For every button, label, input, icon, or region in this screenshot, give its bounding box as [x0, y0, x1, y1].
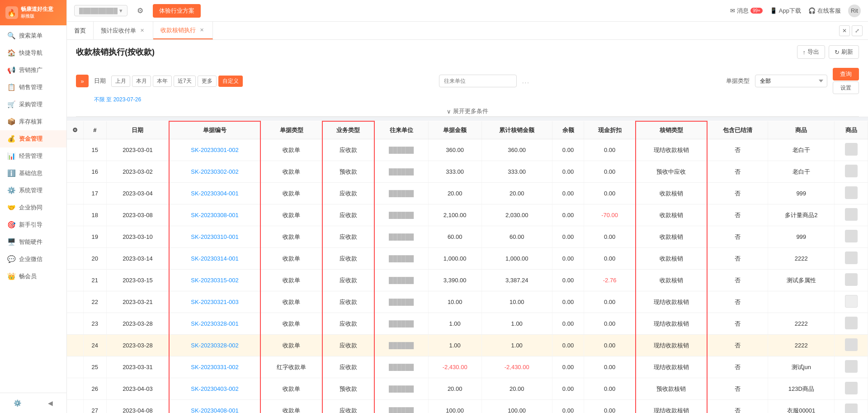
system-icon: ⚙️: [7, 186, 15, 195]
collab-icon: 🤝: [7, 204, 15, 212]
refresh-button[interactable]: ↻ 刷新: [829, 45, 859, 59]
filter-expand-btn[interactable]: »: [76, 75, 89, 87]
cell-rowno: 21: [83, 270, 107, 291]
tab-home[interactable]: 首页: [67, 22, 94, 39]
sidebar-item-marketing[interactable]: 📢 营销推广: [0, 62, 66, 79]
topbar-actions: ✉ 消息 99+ 📱 App下载 🎧 在线客服 Rit: [730, 5, 861, 17]
doc-no-link[interactable]: SK-20230310-001: [191, 233, 239, 240]
table-row: 222023-03-21SK-20230321-003收款单应收款██████1…: [67, 291, 868, 313]
date-custom[interactable]: 自定义: [218, 76, 243, 87]
sidebar-collapse-btn[interactable]: ◀: [43, 397, 57, 409]
cell-doc-no[interactable]: SK-20230331-002: [169, 356, 261, 378]
cell-doc-no[interactable]: SK-20230408-001: [169, 400, 261, 413]
tab-write-off[interactable]: 收款核销执行 ✕: [153, 22, 213, 39]
restore-window-btn[interactable]: ⤢: [852, 25, 863, 36]
cell-cash-discount: 0.00: [584, 378, 636, 400]
cell-doc-no[interactable]: SK-20230304-001: [169, 183, 261, 204]
cell-doc-no[interactable]: SK-20230315-002: [169, 270, 261, 291]
col-header-amount: 单据金额: [428, 121, 481, 139]
sidebar-item-sales[interactable]: 📋 销售管理: [0, 79, 66, 96]
doc-no-link[interactable]: SK-20230301-002: [191, 147, 239, 153]
cell-doc-no[interactable]: SK-20230308-001: [169, 204, 261, 226]
doc-no-link[interactable]: SK-20230408-001: [191, 407, 239, 413]
sidebar-settings-btn[interactable]: ⚙️: [9, 397, 26, 409]
partner-input[interactable]: [439, 75, 517, 87]
doc-no-link[interactable]: SK-20230331-002: [191, 364, 239, 370]
col-header-settings[interactable]: ⚙: [67, 121, 83, 139]
message-icon: ✉: [730, 7, 735, 14]
close-window-btn[interactable]: ✕: [839, 25, 850, 36]
sidebar-item-member[interactable]: 👑 畅会员: [0, 268, 66, 285]
doc-no-link[interactable]: SK-20230314-001: [191, 255, 239, 262]
cell-amount: 60.00: [428, 226, 481, 248]
sidebar-item-corp-wechat[interactable]: 💬 企业微信: [0, 251, 66, 268]
cell-biz-type: 应收款: [322, 270, 374, 291]
cell-doc-no[interactable]: SK-20230328-002: [169, 335, 261, 356]
tab-pre-accounts[interactable]: 预计应收付单 ✕: [94, 22, 153, 39]
cell-goods: 2222: [768, 248, 835, 270]
date-last-month[interactable]: 上月: [111, 76, 130, 87]
solution-button[interactable]: 体验行业方案: [153, 4, 201, 18]
cell-doc-no[interactable]: SK-20230321-003: [169, 291, 261, 313]
sidebar-item-search-menu[interactable]: 🔍 搜索菜单: [0, 27, 66, 44]
app-download-action[interactable]: 📱 App下载: [770, 7, 801, 15]
doc-type-label: 单据类型: [726, 77, 750, 85]
sidebar-item-basic-info[interactable]: ℹ️ 基础信息: [0, 165, 66, 182]
cell-cash-discount: 0.00: [584, 291, 636, 313]
cell-doc-no[interactable]: SK-20230403-002: [169, 378, 261, 400]
date-this-month[interactable]: 本月: [132, 76, 151, 87]
doc-no-link[interactable]: SK-20230321-003: [191, 299, 239, 305]
cell-partner: ██████: [374, 313, 428, 335]
doc-no-link[interactable]: SK-20230302-002: [191, 168, 239, 175]
sidebar-item-quick-nav[interactable]: 🏠 快捷导航: [0, 44, 66, 62]
cell-doc-no[interactable]: SK-20230314-001: [169, 248, 261, 270]
sidebar-item-system[interactable]: ⚙️ 系统管理: [0, 182, 66, 199]
cell-balance: 0.00: [552, 270, 584, 291]
col-header-rowno: #: [83, 121, 107, 139]
sidebar-item-corp-collab[interactable]: 🤝 企业协同: [0, 199, 66, 216]
cell-goods: [768, 291, 835, 313]
sidebar-item-operation[interactable]: 📊 经营管理: [0, 147, 66, 165]
tab-pre-accounts-close[interactable]: ✕: [139, 27, 146, 34]
sidebar-item-newbie[interactable]: 🎯 新手引导: [0, 216, 66, 233]
doc-no-link[interactable]: SK-20230403-002: [191, 385, 239, 392]
filter-settings-btn[interactable]: 设置: [833, 81, 859, 94]
store-selector[interactable]: ██████████ ▾: [74, 5, 127, 16]
cell-rowno: 19: [83, 226, 107, 248]
cell-biz-type: 应收款: [322, 335, 374, 356]
date-this-year[interactable]: 本年: [153, 76, 172, 87]
cell-doc-no[interactable]: SK-20230302-002: [169, 161, 261, 183]
operation-icon: 📊: [7, 152, 15, 160]
goods-thumbnail: [845, 252, 858, 264]
doc-no-link[interactable]: SK-20230328-002: [191, 342, 239, 349]
date-7days[interactable]: 近7天: [174, 76, 196, 87]
cell-doc-no[interactable]: SK-20230310-001: [169, 226, 261, 248]
sidebar-item-smart-hw[interactable]: 🖥️ 智能硬件: [0, 233, 66, 251]
doc-no-link[interactable]: SK-20230308-001: [191, 212, 239, 218]
export-button[interactable]: ↑ 导出: [797, 45, 826, 59]
cell-doc-no[interactable]: SK-20230328-001: [169, 313, 261, 335]
date-more[interactable]: 更多: [198, 76, 217, 87]
cell-write-off-type: 收款核销: [636, 204, 707, 226]
message-action[interactable]: ✉ 消息 99+: [730, 7, 763, 15]
gear-icon[interactable]: ⚙: [133, 4, 147, 18]
expand-more-btn[interactable]: ∨ 展开更多条件: [443, 106, 492, 116]
doc-type-select[interactable]: 全部 收款单: [755, 75, 827, 87]
doc-no-link[interactable]: SK-20230315-002: [191, 277, 239, 284]
cell-balance: 0.00: [552, 378, 584, 400]
cell-biz-type: 应收款: [322, 400, 374, 413]
doc-no-link[interactable]: SK-20230304-001: [191, 190, 239, 197]
cell-cash-discount: 0.00: [584, 183, 636, 204]
tab-write-off-close[interactable]: ✕: [198, 27, 205, 33]
doc-no-link[interactable]: SK-20230328-001: [191, 320, 239, 327]
sidebar-item-label: 资金管理: [19, 135, 42, 143]
sidebar-item-finance[interactable]: 💰 资金管理: [0, 130, 66, 147]
sidebar-item-purchase[interactable]: 🛒 采购管理: [0, 96, 66, 113]
cell-partner: ██████: [374, 356, 428, 378]
user-avatar[interactable]: Rit: [848, 5, 861, 17]
sidebar-item-inventory[interactable]: 📦 库存核算: [0, 113, 66, 130]
cell-doc-no[interactable]: SK-20230301-002: [169, 139, 261, 161]
cell-goods-img: [835, 270, 868, 291]
service-action[interactable]: 🎧 在线客服: [808, 7, 841, 15]
query-button[interactable]: 查询: [833, 68, 859, 81]
